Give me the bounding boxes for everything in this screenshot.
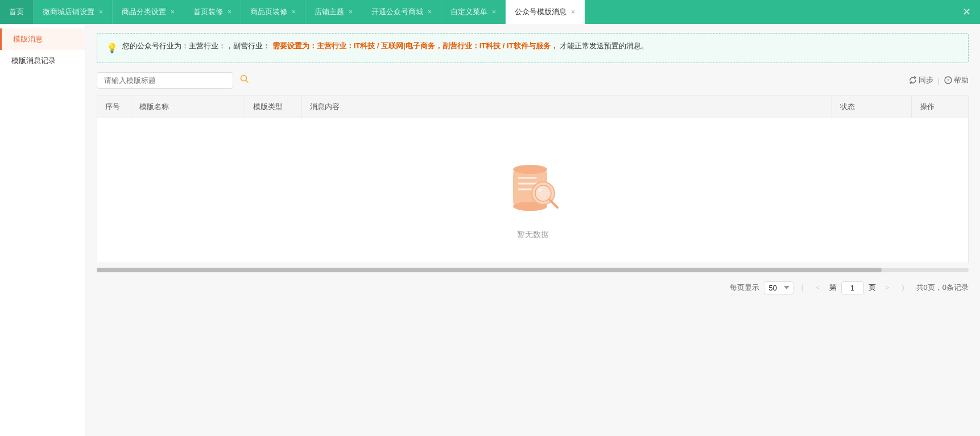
- notice-box: 💡 您的公众号行业为：主营行业：，副营行业： 需要设置为：主营行业：IT科技 /…: [97, 33, 969, 63]
- data-table: 序号 模版名称 模版类型 消息内容 状态 操作: [97, 95, 969, 263]
- per-page-label: 每页显示: [730, 283, 759, 293]
- search-input[interactable]: [97, 72, 233, 89]
- close-homepage-decor[interactable]: ×: [228, 8, 231, 16]
- prev-page-button[interactable]: ＜: [811, 281, 825, 294]
- nav-tab-home[interactable]: 首页: [0, 0, 34, 24]
- col-header-status: 状态: [832, 95, 912, 118]
- notice-icon: 💡: [106, 41, 118, 56]
- scrollbar-thumb[interactable]: [97, 268, 882, 272]
- svg-point-12: [535, 185, 551, 201]
- per-page-select[interactable]: 50 10 20 100: [764, 281, 793, 294]
- search-divider: |: [938, 76, 940, 85]
- svg-point-14: [537, 188, 542, 192]
- search-right: 同步 | ? 帮助: [909, 75, 969, 85]
- main-layout: 模版消息 模版消息记录 💡 您的公众号行业为：主营行业：，副营行业： 需要设置为…: [0, 24, 980, 436]
- close-template-msg[interactable]: ×: [571, 8, 575, 16]
- close-shop-settings[interactable]: ×: [99, 8, 103, 16]
- nav-tab-category-settings[interactable]: 商品分类设置 ×: [113, 0, 184, 24]
- nav-tab-shop-settings[interactable]: 微商城店铺设置 ×: [34, 0, 113, 24]
- page-unit: 页: [869, 283, 876, 293]
- horizontal-scrollbar[interactable]: [97, 268, 969, 272]
- svg-text:?: ?: [947, 78, 949, 84]
- pagination: 每页显示 50 10 20 100 ⟨ ＜ 第 页 ＞ ⟩ 共0页，0条记录: [97, 277, 969, 297]
- svg-point-6: [513, 165, 547, 174]
- col-header-action: 操作: [912, 95, 969, 118]
- search-bar: 同步 | ? 帮助: [97, 72, 969, 89]
- col-header-index: 序号: [97, 95, 131, 118]
- nav-tab-custom-menu[interactable]: 自定义菜单 ×: [441, 0, 506, 24]
- sync-button[interactable]: 同步: [909, 75, 933, 85]
- col-header-name: 模版名称: [131, 95, 245, 118]
- sidebar-item-template-msg[interactable]: 模版消息: [0, 28, 85, 50]
- empty-illustration: [499, 152, 567, 221]
- close-open-mall[interactable]: ×: [428, 8, 432, 16]
- content-area: 💡 您的公众号行业为：主营行业：，副营行业： 需要设置为：主营行业：IT科技 /…: [85, 24, 980, 436]
- nav-tab-homepage-decor[interactable]: 首页装修 ×: [184, 0, 241, 24]
- sync-icon: [909, 76, 917, 84]
- close-custom-menu[interactable]: ×: [492, 8, 496, 16]
- sidebar-item-template-msg-log[interactable]: 模版消息记录: [0, 50, 85, 72]
- search-icon: [240, 74, 249, 84]
- col-header-content: 消息内容: [302, 95, 832, 118]
- close-all-tabs[interactable]: ✕: [953, 6, 980, 18]
- top-nav: 首页 微商城店铺设置 × 商品分类设置 × 首页装修 × 商品页装修 × 店铺主…: [0, 0, 980, 24]
- close-shop-theme[interactable]: ×: [349, 8, 353, 16]
- nav-tab-open-mall[interactable]: 开通公众号商城 ×: [362, 0, 441, 24]
- nav-tab-product-decor[interactable]: 商品页装修 ×: [241, 0, 305, 24]
- table-header-row: 序号 模版名称 模版类型 消息内容 状态 操作: [97, 95, 969, 118]
- help-button[interactable]: ? 帮助: [944, 75, 969, 85]
- page-label: 第: [829, 283, 837, 293]
- svg-line-1: [246, 81, 249, 83]
- close-product-decor[interactable]: ×: [292, 8, 296, 16]
- search-left: [97, 72, 251, 89]
- empty-text: 暂无数据: [97, 230, 968, 240]
- nav-tab-shop-theme[interactable]: 店铺主题 ×: [305, 0, 362, 24]
- search-button[interactable]: [238, 72, 251, 88]
- empty-state: 暂无数据: [97, 118, 968, 263]
- svg-line-13: [550, 200, 557, 207]
- last-page-button[interactable]: ⟩: [899, 282, 907, 293]
- first-page-button[interactable]: ⟨: [798, 282, 807, 293]
- help-icon: ?: [944, 76, 952, 84]
- notice-text: 您的公众号行业为：主营行业：，副营行业： 需要设置为：主营行业：IT科技 / 互…: [122, 40, 959, 52]
- page-input[interactable]: [841, 281, 864, 294]
- sidebar: 模版消息 模版消息记录: [0, 24, 85, 436]
- col-header-type: 模版类型: [245, 95, 302, 118]
- table-empty-row: 暂无数据: [97, 118, 969, 263]
- close-category-settings[interactable]: ×: [171, 8, 175, 16]
- next-page-button[interactable]: ＞: [880, 281, 894, 294]
- nav-tab-template-msg[interactable]: 公众号模版消息 ×: [506, 0, 585, 24]
- total-info: 共0页，0条记录: [916, 283, 969, 293]
